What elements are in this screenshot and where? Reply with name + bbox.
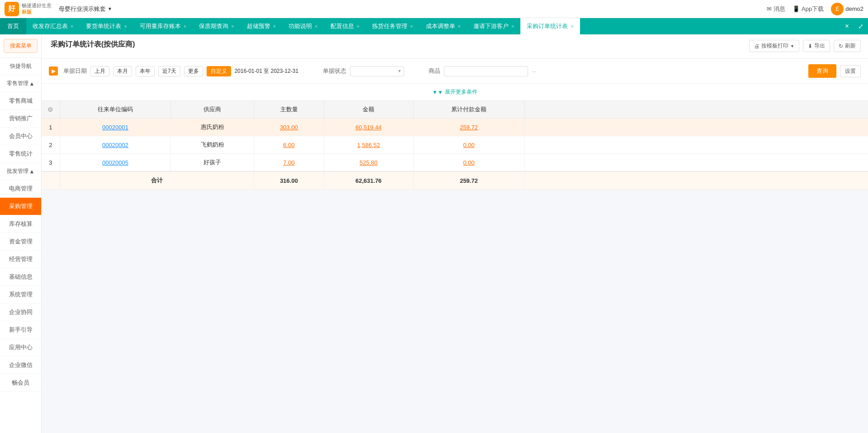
- sidebar-item-purchase-mgmt[interactable]: 采购管理: [0, 198, 41, 215]
- sidebar-item-enterprise-collab[interactable]: 企业协同: [0, 304, 41, 321]
- amount-link[interactable]: 60,519.44: [355, 124, 382, 131]
- cell-unit-code: 00020005: [60, 154, 171, 172]
- sidebar-item-retail-mgmt[interactable]: 零售管理 ▲: [0, 75, 41, 92]
- footer-main-qty: 316.00: [254, 171, 324, 190]
- cell-amount: 60,519.44: [324, 119, 413, 136]
- data-table: ⚙ 往来单位编码 供应商 主数量 金额 累计付款金额 1 00020001 惠氏…: [42, 101, 868, 190]
- date-this-month-button[interactable]: 本月: [113, 66, 132, 76]
- close-tab-cost-adjust[interactable]: ×: [458, 24, 461, 29]
- paid-amount-link[interactable]: 0.00: [463, 142, 474, 148]
- goods-input[interactable]: [444, 66, 528, 76]
- unit-code-link[interactable]: 00020001: [102, 124, 128, 131]
- sidebar-item-enterprise-wechat[interactable]: 企业微信: [0, 357, 41, 374]
- close-tab-config-info[interactable]: ×: [357, 24, 359, 29]
- table-header-row: ⚙ 往来单位编码 供应商 主数量 金额 累计付款金额: [42, 101, 868, 119]
- sidebar: 搜索菜单 快捷导航 零售管理 ▲ 零售商城 营销推广 会员中心 零售统计 批发: [0, 34, 42, 433]
- status-select[interactable]: [350, 66, 404, 76]
- sidebar-item-inventory[interactable]: 库存核算: [0, 215, 41, 233]
- page-header-actions: 🖨 按模板打印 ▼ ⬇ 导出 ↻ 刷新: [749, 40, 861, 52]
- close-tab-goods-summary[interactable]: ×: [124, 24, 127, 29]
- amount-link[interactable]: 525.80: [359, 159, 377, 166]
- search-menu-button[interactable]: 搜索菜单: [4, 39, 38, 53]
- cell-main-qty: 303.00: [254, 119, 324, 136]
- sidebar-item-member-center[interactable]: 会员中心: [0, 128, 41, 145]
- cell-supplier: 惠氏奶粉: [171, 119, 254, 136]
- footer-empty-1: [42, 171, 60, 190]
- sidebar-item-ops-mgmt[interactable]: 经营管理: [0, 251, 41, 268]
- close-tab-purchase-summary[interactable]: ×: [571, 24, 573, 29]
- goods-filter-group: 商品 ···: [429, 66, 537, 76]
- nav-tab-invite-downstream[interactable]: 邀请下游客户 ×: [467, 18, 520, 34]
- unit-code-link[interactable]: 00020005: [102, 159, 128, 166]
- app-download-button[interactable]: 📱 App下载: [793, 5, 824, 13]
- status-filter-group: 单据状态: [323, 66, 404, 76]
- close-tab-warranty[interactable]: ×: [231, 24, 234, 29]
- th-main-qty: 主数量: [254, 101, 324, 119]
- sidebar-item-ecommerce[interactable]: 电商管理: [0, 180, 41, 198]
- sidebar-item-finance[interactable]: 资金管理: [0, 233, 41, 251]
- nav-tab-available-stock[interactable]: 可用量库存账本 ×: [133, 18, 193, 34]
- sidebar-item-sys-mgmt[interactable]: 系统管理: [0, 286, 41, 304]
- print-button[interactable]: 🖨 按模板打印 ▼: [749, 40, 799, 52]
- th-settings: ⚙: [42, 101, 60, 119]
- close-tab-pick-task[interactable]: ×: [410, 24, 413, 29]
- nav-tab-pick-task[interactable]: 拣货任务管理 ×: [366, 18, 419, 34]
- nav-tab-goods-summary[interactable]: 要货单统计表 ×: [80, 18, 133, 34]
- unit-code-link[interactable]: 00020002: [102, 142, 128, 148]
- nav-tab-purchase-summary[interactable]: 采购订单统计表 ×: [520, 18, 580, 34]
- sidebar-item-basic-info[interactable]: 基础信息: [0, 268, 41, 286]
- close-tab-func-desc[interactable]: ×: [315, 24, 317, 29]
- filter-toggle-button[interactable]: ▶: [49, 67, 58, 76]
- date-custom-button[interactable]: 自定义: [207, 66, 231, 76]
- nav-tab-home[interactable]: 首页: [0, 18, 26, 34]
- nav-tab-warranty[interactable]: 保质期查询 ×: [193, 18, 240, 34]
- main-qty-link[interactable]: 6.00: [283, 142, 294, 148]
- user-profile[interactable]: E demo2: [831, 3, 863, 15]
- close-tab-overstock[interactable]: ×: [273, 24, 276, 29]
- main-layout: 搜索菜单 快捷导航 零售管理 ▲ 零售商城 营销推广 会员中心 零售统计 批发: [0, 34, 868, 433]
- sidebar-item-new-guide[interactable]: 新手引导: [0, 321, 41, 339]
- date-more-button[interactable]: 更多: [184, 66, 203, 76]
- sidebar-item-app-center[interactable]: 应用中心: [0, 339, 41, 357]
- content-area: 采购订单统计表(按供应商) 🖨 按模板打印 ▼ ⬇ 导出 ↻ 刷新: [42, 34, 868, 433]
- paid-amount-link[interactable]: 0.00: [463, 159, 474, 166]
- refresh-button[interactable]: ↻ 刷新: [834, 40, 861, 52]
- cell-unit-code: 00020001: [60, 119, 171, 136]
- settings-button[interactable]: 设置: [840, 65, 861, 77]
- cell-seq: 2: [42, 136, 60, 154]
- sidebar-item-wholesale-mgmt[interactable]: 批发管理 ▲: [0, 163, 41, 180]
- amount-link[interactable]: 1,586.52: [357, 142, 380, 148]
- query-button[interactable]: 查询: [808, 64, 836, 78]
- close-all-tabs-button[interactable]: ×: [840, 18, 854, 34]
- workspace-selector[interactable]: 母婴行业演示账套 ▼: [55, 3, 116, 15]
- main-qty-link[interactable]: 303.00: [280, 124, 298, 131]
- date-this-year-button[interactable]: 本年: [136, 66, 155, 76]
- close-tab-invite-downstream[interactable]: ×: [511, 24, 514, 29]
- expand-more-filters-button[interactable]: ▼▼ 展开更多条件: [427, 86, 483, 98]
- paid-amount-link[interactable]: 259.72: [460, 124, 478, 131]
- sidebar-item-marketing[interactable]: 营销推广: [0, 110, 41, 128]
- close-tab-collect-pay[interactable]: ×: [71, 24, 73, 29]
- expand-tabs-button[interactable]: ⤢: [854, 18, 868, 34]
- main-qty-link[interactable]: 7.00: [283, 159, 294, 166]
- sidebar-item-vip-member[interactable]: 畅会员: [0, 374, 41, 392]
- export-button[interactable]: ⬇ 导出: [803, 40, 830, 52]
- th-paid-amount: 累计付款金额: [413, 101, 524, 119]
- sidebar-item-retail-stats[interactable]: 零售统计: [0, 145, 41, 163]
- nav-tab-cost-adjust[interactable]: 成本调整单 ×: [420, 18, 467, 34]
- nav-tab-collect-pay[interactable]: 收发存汇总表 ×: [26, 18, 80, 34]
- sidebar-item-retail-store[interactable]: 零售商城: [0, 92, 41, 110]
- app-logo-text: 畅捷通好生意 标版: [22, 3, 52, 14]
- nav-tab-overstock[interactable]: 超储预警 ×: [241, 18, 282, 34]
- close-tab-available-stock[interactable]: ×: [184, 24, 186, 29]
- download-icon: 📱: [793, 5, 800, 12]
- message-button[interactable]: ✉ 消息: [767, 5, 785, 13]
- cell-amount: 1,586.52: [324, 136, 413, 154]
- nav-tab-config-info[interactable]: 配置信息 ×: [324, 18, 366, 34]
- goods-more-icon[interactable]: ···: [532, 68, 537, 75]
- date-last-7-days-button[interactable]: 近7天: [158, 66, 180, 76]
- sidebar-item-quick-nav[interactable]: 快捷导航: [0, 58, 41, 75]
- nav-tab-func-desc[interactable]: 功能说明 ×: [282, 18, 324, 34]
- date-last-month-button[interactable]: 上月: [90, 66, 109, 76]
- gear-icon[interactable]: ⚙: [47, 106, 53, 113]
